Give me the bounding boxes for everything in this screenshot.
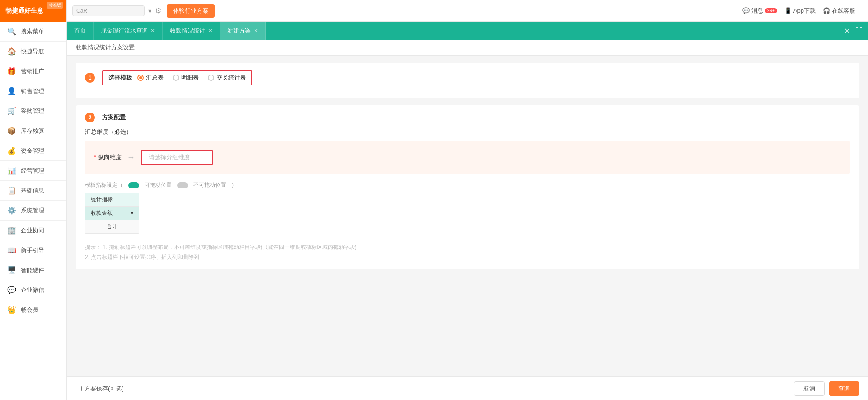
gear-icon[interactable]: ⚙ bbox=[155, 6, 161, 15]
step1-row: 1 选择模板 汇总表 明细表 bbox=[85, 70, 850, 85]
sidebar-item-inventory[interactable]: 📦 库存核算 bbox=[0, 121, 66, 141]
fixed-label: 不可拖动位置 bbox=[193, 181, 226, 189]
hardware-icon: 🖥️ bbox=[7, 266, 16, 274]
sidebar-item-label: 销售管理 bbox=[21, 87, 44, 95]
sidebar-item-label: 营销推广 bbox=[21, 67, 44, 75]
tab-new-plan-close[interactable]: ✕ bbox=[254, 28, 258, 34]
dropdown-icon[interactable]: ▾ bbox=[148, 7, 151, 14]
sidebar-item-finance[interactable]: 💰 资金管理 bbox=[0, 141, 66, 161]
indicator-section-end: ） bbox=[231, 181, 237, 189]
indicator-header-label: 统计指标 bbox=[91, 196, 113, 203]
indicator-col-header: 收款金额 ▾ bbox=[85, 207, 139, 220]
sidebar-item-label: 系统管理 bbox=[21, 207, 44, 215]
query-button[interactable]: 查询 bbox=[829, 381, 859, 396]
radio-summary[interactable]: 汇总表 bbox=[137, 74, 164, 82]
step1-section: 1 选择模板 汇总表 明细表 bbox=[76, 63, 859, 98]
sidebar-item-label: 采购管理 bbox=[21, 107, 44, 115]
app-download-icon: 📱 bbox=[784, 7, 792, 14]
sidebar-item-label: 基础信息 bbox=[21, 187, 44, 195]
sidebar-item-operations[interactable]: 📊 经营管理 bbox=[0, 161, 66, 181]
save-checkbox-label[interactable]: 方案保存(可选) bbox=[76, 385, 124, 393]
tabbar: 首页 现金银行流水查询 ✕ 收款情况统计 ✕ 新建方案 ✕ ✕ ⛶ bbox=[67, 22, 868, 40]
app-download-btn[interactable]: 📱 App下载 bbox=[784, 7, 816, 15]
radio-circle-summary bbox=[137, 75, 144, 81]
logo-badge: 标准版 bbox=[47, 2, 63, 9]
radio-cross[interactable]: 交叉统计表 bbox=[208, 74, 246, 82]
indicator-table: 统计指标 收款金额 ▾ 合计 bbox=[85, 193, 139, 234]
main-area: ▾ ⚙ 体验行业方案 💬 消息 99+ 📱 App下载 🎧 在线客服 首页 bbox=[67, 0, 868, 400]
wechat-icon: 💬 bbox=[7, 286, 16, 294]
system-icon: ⚙️ bbox=[7, 206, 16, 215]
radio-cross-label: 交叉统计表 bbox=[217, 74, 246, 82]
indicator-row-total: 合计 bbox=[85, 220, 139, 233]
sidebar-item-system[interactable]: ⚙️ 系统管理 bbox=[0, 201, 66, 221]
radio-circle-detail bbox=[173, 75, 179, 81]
step2-badge: 2 bbox=[85, 113, 95, 122]
online-service-btn[interactable]: 🎧 在线客服 bbox=[823, 7, 855, 15]
app-download-label: App下载 bbox=[793, 7, 816, 15]
footer: 方案保存(可选) 取消 查询 bbox=[67, 376, 868, 400]
tab-expand-icon[interactable]: ⛶ bbox=[855, 27, 863, 35]
purchase-icon: 🛒 bbox=[7, 107, 16, 115]
page-title-bar: 收款情况统计方案设置 bbox=[67, 40, 868, 56]
template-section-box: 选择模板 汇总表 明细表 bbox=[102, 70, 252, 85]
tab-receipt-stats-label: 收款情况统计 bbox=[170, 27, 205, 35]
sidebar-item-label: 企业微信 bbox=[21, 286, 44, 294]
dimension-title: 汇总维度（必选） bbox=[85, 128, 850, 136]
movable-dot bbox=[128, 182, 139, 188]
sidebar-item-sales[interactable]: 👤 销售管理 bbox=[0, 81, 66, 101]
indicator-col-chevron[interactable]: ▾ bbox=[131, 210, 133, 216]
movable-label: 可拖动位置 bbox=[145, 181, 172, 189]
indicator-section-label: 模板指标设定（ bbox=[85, 181, 123, 189]
radio-detail[interactable]: 明细表 bbox=[173, 74, 199, 82]
sidebar-item-label: 智能硬件 bbox=[21, 266, 44, 274]
cancel-button[interactable]: 取消 bbox=[794, 381, 825, 396]
tab-home[interactable]: 首页 bbox=[67, 22, 94, 40]
tab-close-all-icon[interactable]: ✕ bbox=[844, 27, 850, 35]
sidebar-item-label: 库存核算 bbox=[21, 127, 44, 135]
tab-new-plan[interactable]: 新建方案 ✕ bbox=[220, 22, 266, 40]
sales-icon: 👤 bbox=[7, 87, 16, 95]
sidebar-item-search-menu[interactable]: 🔍 搜索菜单 bbox=[0, 22, 66, 42]
logo-text: 畅捷通好生意 bbox=[5, 7, 43, 15]
quick-nav-icon: 🏠 bbox=[7, 47, 16, 56]
message-btn[interactable]: 💬 消息 99+ bbox=[742, 7, 777, 15]
operations-icon: 📊 bbox=[7, 166, 16, 175]
trial-btn[interactable]: 体验行业方案 bbox=[167, 4, 215, 18]
sidebar-item-label: 快捷导航 bbox=[21, 47, 44, 56]
marketing-icon: 🎁 bbox=[7, 67, 16, 75]
dimension-select[interactable]: 请选择分组维度 bbox=[141, 150, 213, 165]
sidebar-item-enterprise[interactable]: 🏢 企业协同 bbox=[0, 221, 66, 240]
search-menu-icon: 🔍 bbox=[7, 27, 16, 36]
tab-receipt-stats[interactable]: 收款情况统计 ✕ bbox=[163, 22, 220, 40]
sidebar-item-member[interactable]: 👑 畅会员 bbox=[0, 300, 66, 320]
tab-bank-flow-close[interactable]: ✕ bbox=[151, 28, 155, 34]
indicator-section: 模板指标设定（ 可拖动位置 不可拖动位置 ） 统计指标 bbox=[85, 181, 850, 234]
step2-label: 方案配置 bbox=[102, 113, 126, 122]
dimension-row: * 纵向维度 → 请选择分组维度 bbox=[94, 150, 841, 165]
sidebar-item-label: 经营管理 bbox=[21, 167, 44, 175]
sidebar-item-hardware[interactable]: 🖥️ 智能硬件 bbox=[0, 260, 66, 280]
sidebar-item-label: 资金管理 bbox=[21, 147, 44, 155]
sidebar-item-purchase[interactable]: 🛒 采购管理 bbox=[0, 101, 66, 121]
vertical-dimension-label: 纵向维度 bbox=[98, 154, 122, 160]
tab-bank-flow[interactable]: 现金银行流水查询 ✕ bbox=[94, 22, 163, 40]
step2-row: 2 方案配置 bbox=[85, 113, 850, 122]
search-input[interactable] bbox=[72, 5, 145, 16]
sidebar-item-basic-info[interactable]: 📋 基础信息 bbox=[0, 181, 66, 201]
indicator-header: 统计指标 bbox=[85, 193, 139, 207]
save-checkbox[interactable] bbox=[76, 386, 82, 391]
sidebar-item-guide[interactable]: 📖 新手引导 bbox=[0, 240, 66, 260]
radio-circle-cross bbox=[208, 75, 214, 81]
indicator-col-label: 收款金额 bbox=[91, 209, 113, 217]
radio-group: 汇总表 明细表 交叉统计表 bbox=[137, 74, 246, 82]
step2-section: 2 方案配置 汇总维度（必选） * 纵向维度 → 请选择分组维度 bbox=[76, 105, 859, 269]
message-badge: 99+ bbox=[765, 8, 777, 13]
sidebar-item-wechat[interactable]: 💬 企业微信 bbox=[0, 280, 66, 300]
sidebar-logo: 畅捷通好生意 标准版 bbox=[0, 0, 66, 22]
sidebar-item-marketing[interactable]: 🎁 营销推广 bbox=[0, 61, 66, 81]
sidebar-item-label: 畅会员 bbox=[21, 306, 38, 314]
sidebar-item-quick-nav[interactable]: 🏠 快捷导航 bbox=[0, 42, 66, 61]
tab-receipt-stats-close[interactable]: ✕ bbox=[208, 28, 212, 34]
tips-section: 提示： 1. 拖动标题栏可以调整布局，不可跨维度或指标区域拖动栏目字段(只能在同… bbox=[85, 243, 850, 262]
